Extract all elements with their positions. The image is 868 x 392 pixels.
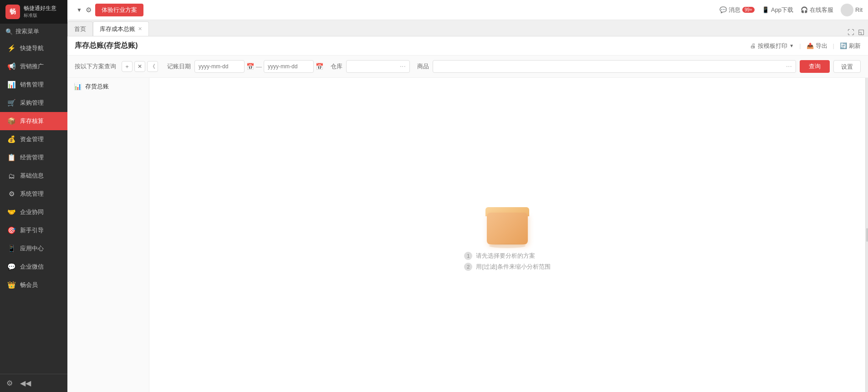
purchase-icon: 🛒	[7, 99, 15, 107]
topbar-gear-icon[interactable]: ⚙	[86, 6, 92, 14]
app-download-label: App下载	[771, 6, 793, 14]
left-panel: 📊 存货总账	[67, 78, 149, 392]
message-action[interactable]: 💬 消息 99+	[720, 6, 755, 14]
empty-tips: 1 请先选择要分析的方案 2 用[过滤]条件来缩小分析范围	[464, 252, 550, 271]
app-center-icon: 📱	[7, 244, 15, 253]
sidebar-item-guide[interactable]: 🎯 新手引导	[0, 221, 67, 239]
sidebar-nav: ⚡ 快捷导航 📢 营销推广 📊 销售管理 🛒 采购管理 📦 库存核算 💰 资金管…	[0, 39, 67, 374]
industry-btn[interactable]: 体验行业方案	[95, 4, 143, 16]
date-end-input[interactable]	[264, 60, 314, 73]
date-range: 📅 — 📅	[194, 60, 323, 73]
topbar-left: ▼ ⚙ 体验行业方案	[73, 4, 716, 16]
sidebar-item-purchase[interactable]: 🛒 采购管理	[0, 94, 67, 112]
sidebar: 畅 畅捷通好生意 标准版 🔍 搜索菜单 ⚡ 快捷导航 📢 营销推广 📊 销售管理…	[0, 0, 67, 392]
sidebar-item-inventory[interactable]: 📦 库存核算	[0, 112, 67, 130]
right-panel-handle	[866, 228, 868, 242]
sidebar-item-system[interactable]: ⚙ 系统管理	[0, 185, 67, 203]
topbar-dropdown-icon[interactable]: ▼	[77, 7, 82, 13]
search-icon: 🔍	[5, 28, 13, 35]
sidebar-item-vip[interactable]: 👑 畅会员	[0, 276, 67, 294]
add-filter-btn[interactable]: ＋	[122, 61, 133, 72]
print-dropdown-icon[interactable]: ▼	[789, 43, 794, 48]
print-template-btn[interactable]: 🖨 按模板打印 ▼	[750, 42, 794, 50]
remove-filter-btn[interactable]: ✕	[134, 61, 145, 72]
print-template-label: 按模板打印	[758, 42, 787, 50]
tab-settings-icon[interactable]: ◱	[858, 28, 864, 36]
logo-text-block: 畅捷通好生意 标准版	[24, 5, 56, 19]
filter-actions: ＋ ✕ 《	[122, 61, 158, 72]
warehouse-label: 仓库	[331, 62, 342, 71]
calendar-end-icon[interactable]: 📅	[316, 63, 323, 70]
tab-inventory-ledger[interactable]: 库存成本总账 ✕	[93, 21, 149, 36]
sidebar-item-enterprise[interactable]: 🤝 企业协同	[0, 203, 67, 221]
box-shadow	[489, 244, 526, 248]
sidebar-item-app-center[interactable]: 📱 应用中心	[0, 239, 67, 258]
tabs-bar: 首页 库存成本总账 ✕ ⛶ ◱	[67, 20, 868, 36]
tip-num-1: 1	[464, 252, 472, 260]
sidebar-item-quick-nav[interactable]: ⚡ 快捷导航	[0, 39, 67, 57]
sidebar-item-wechat[interactable]: 💬 企业微信	[0, 258, 67, 276]
tab-home-label: 首页	[74, 25, 86, 33]
sidebar-item-label: 应用中心	[20, 244, 44, 253]
export-btn[interactable]: 📤 导出	[807, 42, 827, 50]
sidebar-item-label: 采购管理	[20, 99, 44, 107]
user-profile[interactable]: Rit	[841, 4, 863, 16]
search-menu[interactable]: 🔍 搜索菜单	[0, 24, 67, 39]
app-name: 畅捷通好生意	[24, 5, 56, 12]
message-icon: 💬	[720, 6, 727, 13]
search-menu-label: 搜索菜单	[15, 27, 39, 36]
tab-home[interactable]: 首页	[67, 21, 93, 36]
sidebar-item-label: 企业微信	[20, 263, 44, 271]
sidebar-item-operations[interactable]: 📋 经营管理	[0, 148, 67, 167]
refresh-btn[interactable]: 🔄 刷新	[840, 42, 861, 50]
app-badge: 标准版	[24, 12, 56, 19]
date-label: 记账日期	[167, 62, 191, 71]
tab-expand-icon[interactable]: ⛶	[848, 28, 854, 36]
tip-text-1: 请先选择要分析的方案	[476, 252, 535, 260]
left-panel-item-inventory[interactable]: 📊 存货总账	[67, 78, 149, 95]
refresh-icon: 🔄	[840, 42, 847, 49]
settings-button[interactable]: 设置	[833, 60, 861, 73]
logo-letter: 畅	[10, 8, 16, 16]
sidebar-item-label: 新手引导	[20, 226, 44, 234]
message-badge: 99+	[742, 7, 755, 13]
divider2: |	[833, 42, 834, 49]
online-service-action[interactable]: 🎧 在线客服	[801, 6, 833, 14]
sidebar-item-funds[interactable]: 💰 资金管理	[0, 130, 67, 148]
sidebar-item-label: 资金管理	[20, 135, 44, 143]
app-download-icon: 📱	[762, 6, 769, 13]
divider: |	[799, 42, 801, 49]
logo-icon: 畅	[5, 5, 20, 19]
page-header: 库存总账(存货总账) 🖨 按模板打印 ▼ | 📤 导出 | 🔄 刷新	[67, 36, 868, 56]
tip-item-1: 1 请先选择要分析的方案	[464, 252, 550, 260]
date-start-input[interactable]	[194, 60, 245, 73]
quick-nav-icon: ⚡	[7, 44, 15, 52]
settings-footer-icon[interactable]: ⚙	[6, 379, 13, 387]
right-panel	[865, 78, 868, 392]
collapse-icon[interactable]: ◀◀	[20, 379, 31, 387]
warehouse-select[interactable]: ···	[346, 60, 410, 73]
tab-close-icon[interactable]: ✕	[138, 26, 142, 32]
content-body: 📊 存货总账 1 请先选择要分析的方案 2	[67, 78, 868, 392]
sidebar-item-basic-info[interactable]: 🗂 基础信息	[0, 167, 67, 185]
goods-label: 商品	[417, 62, 429, 71]
wechat-icon: 💬	[7, 263, 15, 271]
printer-icon: 🖨	[750, 42, 756, 49]
export-icon: 📤	[807, 42, 814, 49]
goods-more-icon[interactable]: ···	[786, 62, 792, 71]
box-body	[487, 213, 528, 244]
calendar-start-icon[interactable]: 📅	[246, 63, 254, 70]
goods-select[interactable]: ···	[433, 60, 796, 73]
collapse-filter-btn[interactable]: 《	[147, 61, 158, 72]
app-download-action[interactable]: 📱 App下载	[762, 6, 793, 14]
sidebar-item-sales[interactable]: 📊 销售管理	[0, 76, 67, 94]
query-button[interactable]: 查询	[800, 60, 830, 73]
warehouse-more-icon[interactable]: ···	[400, 62, 406, 71]
sidebar-item-marketing[interactable]: 📢 营销推广	[0, 57, 67, 76]
headset-icon: 🎧	[801, 6, 808, 13]
sidebar-item-label: 系统管理	[20, 190, 44, 198]
sidebar-item-label: 畅会员	[20, 281, 38, 289]
export-label: 导出	[816, 42, 827, 50]
filter-row: 记账日期 📅 — 📅 仓库 ··· 商品 ···	[163, 60, 861, 73]
tab-inventory-ledger-label: 库存成本总账	[100, 25, 135, 33]
